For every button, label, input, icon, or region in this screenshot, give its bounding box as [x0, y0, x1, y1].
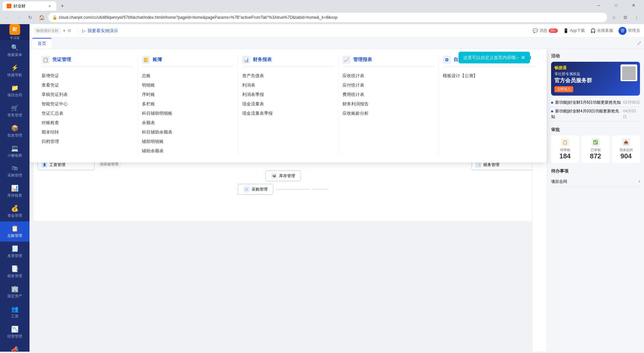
news-dot-2: [551, 110, 553, 112]
inventory-label: 库存管理: [279, 173, 295, 179]
menu-item-multi-col[interactable]: 多栏账: [142, 99, 234, 109]
news-item-2[interactable]: 新功能|好业财4月03日功能更新抢先知 04月03日: [551, 107, 640, 121]
sidebar-item-wholesale[interactable]: 📦 批发管理: [0, 121, 30, 141]
close-btn[interactable]: ✕: [626, 0, 641, 11]
sidebar-item-capital[interactable]: 💰 资金管理: [0, 201, 30, 221]
menu-item-new-voucher[interactable]: 新增凭证: [42, 71, 133, 81]
sidebar-item-purchase[interactable]: 🛍 采购管理: [0, 161, 30, 181]
menu-item-sequence-ledger[interactable]: 序时账: [142, 90, 234, 99]
tab-expand-btn[interactable]: ⤢: [637, 40, 641, 46]
sidebar-item-operations[interactable]: 📉 经营管理: [0, 322, 30, 342]
menu-item-detail-ledger[interactable]: 明细账: [142, 81, 234, 90]
menu-item-smart-center[interactable]: 智能凭证中心: [42, 99, 133, 109]
marketing-icon: 📣: [11, 346, 18, 352]
inventory-box[interactable]: 📦 库存管理: [265, 170, 301, 181]
sidebar-item-accounting[interactable]: 📋 总账管理: [0, 221, 30, 242]
new-tab-btn[interactable]: +: [58, 1, 67, 11]
menu-item-subject-aux-detail[interactable]: 科目辅助明细账: [142, 109, 234, 118]
menu-item-subject-aux-balance[interactable]: 科目辅助余额表: [142, 128, 234, 137]
todo-item-1[interactable]: 项目合同 ›: [551, 177, 640, 187]
demo-label: 我要看实例演示: [88, 28, 118, 34]
home-tab[interactable]: 首页: [32, 38, 52, 49]
menu-item-cashflow-quarterly[interactable]: 现金流量表季报: [242, 109, 334, 118]
sidebar-item-asset[interactable]: 🏢 固定资产: [0, 282, 30, 302]
sidebar-item-search[interactable]: 🔍 搜索菜单: [0, 41, 30, 61]
menu-item-ar-aging[interactable]: 应收账龄分析: [342, 109, 434, 118]
settings-small-icon[interactable]: ⚙: [67, 28, 71, 33]
sidebar-item-ecommerce[interactable]: 💻 小畅电商: [0, 141, 30, 161]
sidebar-salary-label: 工资: [11, 314, 18, 319]
salary-label: 工资管理: [49, 162, 65, 168]
sidebar-item-invoice[interactable]: 🧾 发票管理: [0, 242, 30, 262]
menu-item-general-ledger[interactable]: 总账: [142, 71, 234, 81]
user-menu-btn[interactable]: 管 管理员: [619, 27, 640, 35]
menu-item-balance[interactable]: 余额表: [142, 118, 234, 128]
salary-icon: 👥: [11, 305, 18, 313]
menu-section-management-title: 📈 管理报表: [342, 56, 434, 67]
pending-icon: 📋: [561, 138, 569, 146]
invoice-icon: 🧾: [11, 245, 18, 252]
maximize-btn[interactable]: □: [608, 0, 624, 11]
menu-item-ap-stats[interactable]: 应付统计表: [342, 81, 434, 90]
back-btn[interactable]: ←: [3, 13, 12, 22]
procurement-box[interactable]: 🛒 采购管理: [238, 184, 273, 195]
menu-item-aux-detail[interactable]: 辅助明细账: [142, 137, 234, 146]
bookmark-btn[interactable]: ☆: [609, 13, 619, 22]
approval-pending[interactable]: 📋 待审核 184: [551, 136, 579, 163]
menu-item-income-statement[interactable]: 利润表: [242, 81, 334, 90]
menu-item-reconcile[interactable]: 对账检查: [42, 118, 133, 128]
sidebar-item-project[interactable]: 📁 项目合同: [0, 81, 30, 101]
approval-done[interactable]: ✅ 已审核 872: [582, 136, 609, 163]
menu-item-archive[interactable]: 归档管理: [42, 137, 133, 146]
home-nav-btn[interactable]: 🏠: [37, 13, 46, 22]
sidebar-wholesale-label: 批发管理: [7, 133, 22, 138]
browser-tab[interactable]: 好业财 ✕: [3, 1, 56, 11]
menu-item-income-quarterly[interactable]: 利润表季报: [242, 90, 334, 99]
menu-item-profit-report[interactable]: 财务利润报告: [342, 99, 434, 109]
sidebar-item-shortcut[interactable]: ⚡ 快捷导航: [0, 61, 30, 81]
sidebar-shortcut-label: 快捷导航: [7, 72, 22, 78]
minimize-btn[interactable]: ─: [591, 0, 606, 11]
menu-item-draft-list[interactable]: 草稿凭证列表: [42, 90, 133, 99]
approval-initiated[interactable]: 📤 我发起的 904: [612, 136, 640, 163]
sidebar-item-tax[interactable]: 📑 税务管理: [0, 262, 30, 282]
forward-btn[interactable]: →: [14, 13, 23, 22]
company-selector[interactable]: 畅捷通好业财: [34, 28, 61, 34]
extensions-btn[interactable]: ⚙: [621, 13, 630, 22]
menu-item-aux-balance[interactable]: 辅助余额表: [142, 146, 234, 156]
demo-btn[interactable]: ▷ 我要看实例演示: [82, 28, 118, 34]
menu-item-cashflow[interactable]: 现金流量表: [242, 99, 334, 109]
management-title-text: 管理报表: [353, 57, 372, 63]
menu-item-period-close[interactable]: 期末结转: [42, 128, 133, 137]
app-header: 畅捷通好业财 ▾ ⚙ ▷ 我要看实例演示 💬 消息 99+ 📱 App下载: [30, 24, 644, 38]
sidebar-tax-label: 税务管理: [7, 273, 22, 279]
message-btn[interactable]: 💬 消息 99+: [533, 28, 558, 34]
settings-btn[interactable]: ⋮: [632, 13, 641, 22]
done-count: 872: [584, 152, 607, 160]
inventory-icon: 📊: [11, 185, 18, 192]
news-item-1[interactable]: 新功能|好业财3月6日功能更新抢先知 03月06日: [551, 98, 640, 107]
avatar: 管: [619, 27, 627, 35]
app-download-btn[interactable]: 📱 App下载: [563, 28, 585, 34]
menu-item-balance-sheet[interactable]: 资产负债表: [242, 71, 334, 81]
menu-item-ar-stats[interactable]: 应收统计表: [342, 71, 434, 81]
sidebar-item-retail[interactable]: 🛒 零售管理: [0, 101, 30, 121]
initiated-count: 904: [615, 152, 637, 160]
menu-section-financial: 📊 财务报表 资产负债表 利润表 利润表季报 现金流量表 现金流量表季报: [238, 56, 338, 156]
todo-arrow-icon: ›: [639, 179, 640, 185]
sidebar-item-salary[interactable]: 👥 工资: [0, 302, 30, 322]
ecommerce-icon: 💻: [11, 145, 18, 152]
menu-item-voucher-summary[interactable]: 凭证汇总表: [42, 109, 133, 118]
banner-close-btn[interactable]: ✕: [521, 54, 525, 61]
menu-item-expense-stats[interactable]: 费用统计表: [342, 90, 434, 99]
tab-close-btn[interactable]: ✕: [47, 3, 52, 9]
sidebar-item-marketing[interactable]: 📣 小畅营销: [0, 342, 30, 352]
banner-btn[interactable]: 立即加入: [554, 86, 573, 92]
menu-item-template-design[interactable]: 模板设计【公测】: [443, 71, 535, 81]
reload-btn[interactable]: ↻: [25, 13, 35, 22]
sidebar-item-inventory[interactable]: 📊 库存核算: [0, 181, 30, 201]
online-service-btn[interactable]: 🎧 在线客服: [590, 28, 613, 34]
search-icon: 🔍: [11, 44, 18, 51]
menu-item-view-voucher[interactable]: 查看凭证: [42, 81, 133, 90]
address-bar[interactable]: 🔒 cloud.chanjet.com/cc/u6d89qwnryel/57bf…: [48, 13, 607, 22]
